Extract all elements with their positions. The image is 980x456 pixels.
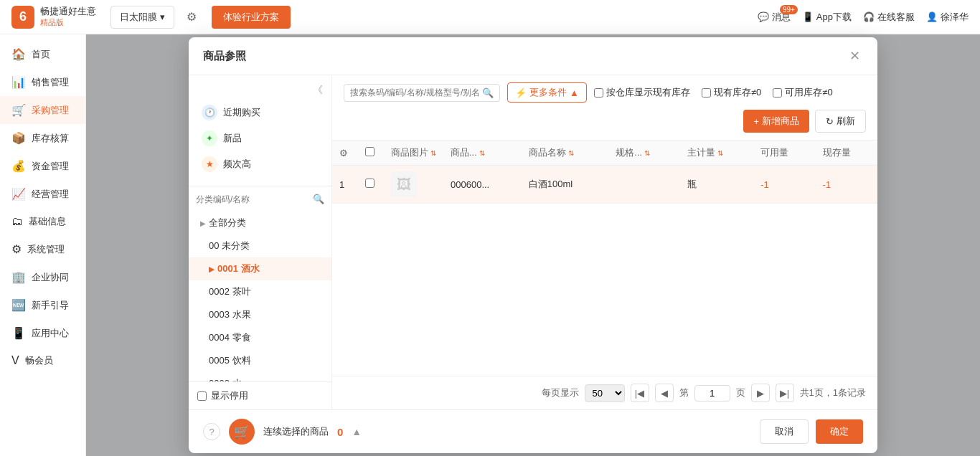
per-page-label: 每页显示 — [542, 386, 579, 399]
page-input[interactable] — [694, 385, 730, 402]
sidebar-item-purchase[interactable]: 🛒 采购管理 — [0, 96, 85, 124]
cat-0001-label: 0001 酒水 — [217, 262, 260, 275]
cat-0004-label: 0004 零食 — [209, 331, 251, 344]
row-checkbox[interactable] — [365, 179, 374, 188]
cat-all[interactable]: ▶ 全部分类 — [189, 212, 331, 234]
cat-0002[interactable]: 0002 茶叶 — [189, 280, 331, 303]
sidebar-item-enterprise[interactable]: 🏢 企业协同 — [0, 263, 85, 291]
add-product-button[interactable]: + 新增商品 — [743, 110, 809, 133]
per-page-select[interactable]: 50 10 20 100 — [585, 384, 625, 402]
stock-icon: 📦 — [11, 131, 26, 145]
show-disabled-checkbox[interactable] — [197, 391, 207, 401]
product-search-icon[interactable]: 🔍 — [482, 87, 494, 98]
cell-seq: 1 — [332, 166, 358, 204]
member-icon: V — [11, 354, 19, 367]
table-row[interactable]: 1 🖼 000600... 白酒100ml — [332, 166, 877, 204]
sidebar-item-member[interactable]: V 畅会员 — [0, 347, 85, 374]
modal-header: 商品参照 ✕ — [189, 37, 877, 75]
category-search-icon[interactable]: 🔍 — [313, 194, 324, 204]
sidebar-item-apps[interactable]: 📱 应用中心 — [0, 319, 85, 347]
cat-00[interactable]: 00 未分类 — [189, 234, 331, 257]
cell-check — [358, 166, 384, 204]
sort-spec-icon[interactable]: ⇅ — [644, 149, 650, 157]
topbar-right: 💬 消息 99+ 📱 App下载 🎧 在线客服 👤 徐泽华 — [758, 11, 969, 24]
th-unit: 主计量 ⇅ — [680, 141, 754, 166]
modal-close-button[interactable]: ✕ — [846, 47, 863, 65]
select-all-checkbox[interactable] — [365, 147, 374, 156]
trial-btn[interactable]: 体验行业方案 — [212, 6, 291, 29]
product-search-bar: 🔍 — [344, 84, 500, 102]
sidebar-item-sales[interactable]: 📊 销售管理 — [0, 68, 85, 96]
headset-icon: 🎧 — [863, 11, 875, 22]
sort-unit-icon[interactable]: ⇅ — [717, 149, 723, 157]
user-area[interactable]: 👤 徐泽华 — [926, 11, 969, 24]
message-icon: 💬 — [758, 11, 769, 22]
new-icon: ✦ — [202, 130, 217, 146]
th-stock: 现存量 — [816, 141, 877, 166]
check-available-nonzero[interactable]: 可用库存≠0 — [773, 86, 832, 99]
logo-area: 6 畅捷通好生意 精品版 — [11, 6, 96, 29]
cart-button[interactable]: 🛒 — [229, 419, 255, 445]
cat-0003[interactable]: 0003 水果 — [189, 303, 331, 326]
page-last-button[interactable]: ▶| — [776, 384, 794, 402]
page-next-button[interactable]: ▶ — [751, 384, 770, 402]
sidebar-label-finance: 资金管理 — [32, 160, 69, 173]
service-btn[interactable]: 🎧 在线客服 — [863, 11, 915, 24]
sidebar-item-system[interactable]: ⚙ 系统管理 — [0, 235, 85, 263]
cell-stock: -1 — [816, 166, 877, 204]
guide-icon: 🆕 — [11, 298, 26, 312]
modal-title: 商品参照 — [203, 49, 246, 63]
filter-recent[interactable]: 🕐 近期购买 — [194, 100, 326, 125]
enterprise-icon: 🏢 — [11, 270, 26, 284]
collapse-left-button[interactable]: 《 — [310, 81, 326, 100]
check-stock-nonzero[interactable]: 现有库存≠0 — [702, 86, 761, 99]
refresh-label: 刷新 — [837, 115, 855, 128]
dropdown-arrow-icon: ▾ — [160, 11, 165, 22]
check-by-warehouse[interactable]: 按仓库显示现有库存 — [594, 86, 690, 99]
sidebar-label-basic: 基础信息 — [29, 215, 66, 228]
right-toolbar: 🔍 ⚡ 更多条件 ▲ 按仓库显示现有库存 — [332, 75, 877, 141]
messages-btn[interactable]: 💬 消息 99+ — [758, 11, 791, 24]
divider — [189, 186, 331, 186]
purchase-icon: 🛒 — [11, 103, 26, 117]
sidebar-item-operation[interactable]: 📈 经营管理 — [0, 180, 85, 208]
cancel-button[interactable]: 取消 — [760, 419, 809, 444]
sidebar-item-finance[interactable]: 💰 资金管理 — [0, 152, 85, 180]
layout: 🏠 首页 📊 销售管理 🛒 采购管理 📦 库存核算 💰 资金管理 📈 经营管理 … — [0, 34, 980, 456]
home-icon: 🏠 — [11, 47, 26, 61]
cat-0008[interactable]: 0008 水 — [189, 372, 331, 381]
refresh-button[interactable]: ↻ 刷新 — [815, 110, 866, 133]
sidebar-item-home[interactable]: 🏠 首页 — [0, 40, 85, 68]
cat-0004[interactable]: 0004 零食 — [189, 326, 331, 349]
sort-img-icon[interactable]: ⇅ — [430, 149, 436, 157]
filter-new[interactable]: ✦ 新品 — [194, 125, 326, 151]
page-prev-button[interactable]: ◀ — [655, 384, 674, 402]
filter-new-label: 新品 — [223, 132, 242, 145]
store-dropdown[interactable]: 日太阳膜 ▾ — [110, 6, 174, 29]
th-spec-label: 规格... — [616, 146, 642, 159]
product-search-input[interactable] — [350, 87, 479, 98]
cell-unit: 瓶 — [680, 166, 754, 204]
cell-available: -1 — [753, 166, 815, 204]
sort-code-icon[interactable]: ⇅ — [479, 149, 485, 157]
cell-name: 白酒100ml — [522, 166, 609, 204]
sidebar-item-guide[interactable]: 🆕 新手引导 — [0, 291, 85, 319]
cat-0005[interactable]: 0005 饮料 — [189, 349, 331, 372]
sidebar-item-stock[interactable]: 📦 库存核算 — [0, 124, 85, 152]
sidebar-item-basic[interactable]: 🗂 基础信息 — [0, 208, 85, 235]
collapse-footer-icon[interactable]: ▲ — [352, 426, 362, 437]
category-search-box: 🔍 — [189, 189, 331, 209]
help-button[interactable]: ? — [203, 423, 220, 440]
th-unit-label: 主计量 — [687, 146, 715, 159]
app-download-btn[interactable]: 📱 App下载 — [802, 11, 852, 24]
cat-0001[interactable]: ▶ 0001 酒水 — [189, 257, 331, 280]
more-filters-button[interactable]: ⚡ 更多条件 ▲ — [507, 82, 587, 103]
category-search-input[interactable] — [196, 194, 310, 204]
gear-button[interactable]: ⚙ — [180, 6, 203, 29]
cell-spec — [608, 166, 679, 204]
filter-frequent[interactable]: ★ 频次高 — [194, 151, 326, 177]
filter-recent-label: 近期购买 — [223, 106, 260, 119]
page-first-button[interactable]: |◀ — [631, 384, 649, 402]
confirm-button[interactable]: 确定 — [816, 419, 863, 444]
sort-name-icon[interactable]: ⇅ — [568, 149, 574, 157]
